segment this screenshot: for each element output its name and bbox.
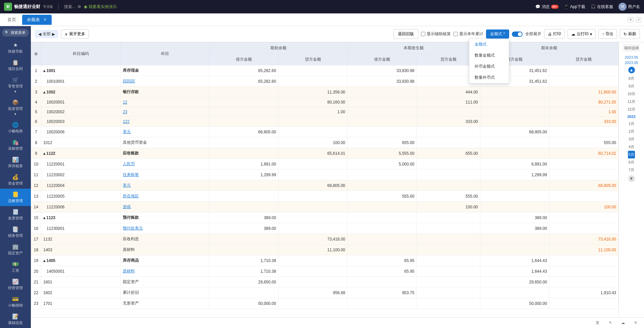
format-option-qty-amount[interactable]: 数量金额式 xyxy=(469,50,509,61)
period-month-6[interactable]: 6月 xyxy=(628,158,635,166)
cloud-print-btn[interactable]: ☁ 云打印 ▾ xyxy=(568,29,596,39)
period-month-2[interactable]: 2月 xyxy=(628,128,635,135)
format-option-amount[interactable]: 金额式 xyxy=(469,39,509,50)
row-opening-credit: 80,160.00 xyxy=(278,97,347,107)
row-name[interactable]: 预付款美元 xyxy=(121,223,209,234)
period-month-10[interactable]: 10月 xyxy=(627,90,636,98)
period-month-3[interactable]: 3月 xyxy=(628,135,635,143)
sidebar-item-purchase[interactable]: 🛍️ 采购管理 xyxy=(0,136,31,154)
row-code: ▴ 1122 xyxy=(41,148,121,159)
period-month-4[interactable]: 4月 xyxy=(628,143,635,151)
row-closing-credit xyxy=(549,212,618,223)
expand-more-btn[interactable]: ∨ 展开更多 xyxy=(61,29,89,39)
format-btn[interactable]: 金额式 ^ xyxy=(486,29,509,39)
format-option-foreign-amount[interactable]: 外币金额式 xyxy=(469,61,509,72)
return-btn[interactable]: 退回旧版 xyxy=(393,29,418,39)
period-expand-down-btn[interactable]: ▼ xyxy=(628,175,635,182)
app-download-btn[interactable]: 📱 App下载 xyxy=(564,4,585,10)
period-year-1[interactable]: 2023.05 xyxy=(624,55,639,60)
refresh-btn[interactable]: ↻ 刷新 xyxy=(620,29,640,39)
sidebar-item-wholesale[interactable]: 📦 批发管理 ▾ xyxy=(0,96,31,119)
row-name[interactable]: 库存现金 xyxy=(121,65,209,76)
sidebar-item-salary[interactable]: 💵 工资 xyxy=(0,258,31,276)
settings-col-header[interactable]: ⚙ xyxy=(31,43,41,65)
row-name[interactable]: 往来标签 xyxy=(121,170,209,180)
period-month-7[interactable]: 7月 xyxy=(628,166,635,174)
row-name[interactable]: 美元 xyxy=(121,127,209,137)
row-name[interactable]: 库存商品 xyxy=(121,255,209,266)
message-btn[interactable]: 💬 消息 99+ xyxy=(535,4,558,10)
row-name[interactable]: 12 xyxy=(121,97,209,107)
row-name[interactable]: 固定资产 xyxy=(121,277,209,287)
sidebar-item-project[interactable]: 📋 项目合同 xyxy=(0,57,31,74)
row-code: 11230001 xyxy=(41,223,121,234)
tab-balance[interactable]: 余额表 ✕ xyxy=(22,15,52,25)
export-btn[interactable]: ↑ 导出 xyxy=(598,29,617,39)
assist-checkbox-input[interactable] xyxy=(421,32,425,36)
sidebar-item-capital[interactable]: 💰 资金管理 xyxy=(0,171,31,189)
period-month-12[interactable]: 12月 xyxy=(627,106,636,113)
row-name[interactable]: 应收账款 xyxy=(121,148,209,159)
sidebar-item-invoice[interactable]: 🧾 发票管理 xyxy=(0,206,31,223)
row-name[interactable]: 23 xyxy=(121,107,209,117)
status-cloud-btn[interactable]: ☁ xyxy=(619,320,628,326)
row-name[interactable]: 银行存款 xyxy=(121,87,209,97)
period-month-11[interactable]: 11月 xyxy=(627,98,636,106)
sidebar-item-ledger[interactable]: 📒 总账管理 xyxy=(0,189,31,206)
window-close-btn[interactable]: ✕ xyxy=(628,17,633,22)
row-name[interactable]: 累计折旧 xyxy=(121,287,209,298)
row-name[interactable]: 应收利息 xyxy=(121,234,209,245)
period-year-label[interactable]: 2023 xyxy=(627,113,636,120)
period-month-9[interactable]: 9月 xyxy=(628,82,635,90)
row-name[interactable]: 无形资产 xyxy=(121,298,209,309)
expand-all-toggle[interactable] xyxy=(512,31,523,37)
row-name[interactable]: 原材料 xyxy=(121,266,209,277)
row-name[interactable]: 游戏 xyxy=(121,202,209,212)
row-name[interactable]: 预付账款 xyxy=(121,212,209,223)
status-edit-btn[interactable]: ✎ xyxy=(606,320,614,326)
row-name[interactable]: 人民币 xyxy=(121,159,209,170)
print-btn[interactable]: 🖨 打印 xyxy=(544,29,565,39)
period-month-5[interactable]: 5月 xyxy=(628,151,635,158)
sidebar-item-ecommerce[interactable]: 🌐 小畅电商 xyxy=(0,119,31,136)
window-restore-btn[interactable]: ⤢ xyxy=(636,17,641,22)
tab-home[interactable]: 首页 xyxy=(3,15,21,25)
sidebar-item-quick-nav[interactable]: ★ 快捷导航 xyxy=(0,39,31,57)
row-name[interactable]: 其他货币资金 xyxy=(121,137,209,148)
status-sync-btn[interactable]: ↻ xyxy=(632,320,640,326)
sidebar-item-sales[interactable]: 💳 小畅报销 xyxy=(0,293,31,311)
sidebar-item-assets[interactable]: 🏢 固定资产 xyxy=(0,241,31,258)
period-expand-up-btn[interactable]: ▲ xyxy=(628,67,635,73)
search-all-btn[interactable]: ◀ 全部 ▶ xyxy=(35,30,58,38)
row-name[interactable]: 所在地区 xyxy=(121,191,209,202)
sidebar-item-basic[interactable]: 📝 基础信息 xyxy=(0,311,31,328)
format-option-qty-foreign[interactable]: 数量外币式 xyxy=(469,72,509,83)
sidebar-item-retail[interactable]: 🛒 零售管理 ▾ xyxy=(0,74,31,96)
row-name[interactable]: 122 xyxy=(121,117,209,127)
sidebar-item-tax[interactable]: 📑 税务管理 xyxy=(0,223,31,241)
period-month-1[interactable]: 1月 xyxy=(628,120,635,128)
user-avatar[interactable]: 用 用户名 xyxy=(619,3,640,11)
sidebar-item-business[interactable]: 📈 经营管理 xyxy=(0,276,31,293)
status-lang-btn[interactable]: 英 xyxy=(593,319,602,326)
year-checkbox-input[interactable] xyxy=(453,32,458,36)
online-service-btn[interactable]: 🎧 在线客服 xyxy=(591,4,613,10)
sidebar-item-inventory[interactable]: 📊 库存核算 xyxy=(0,154,31,171)
row-name[interactable]: 美元 xyxy=(121,180,209,191)
period-month-8[interactable]: 8月 xyxy=(628,75,635,82)
tab-close-btn[interactable]: ✕ xyxy=(43,17,47,22)
table-row: 231701无形资产50,000.0050,000.00 xyxy=(31,298,619,309)
toolbar-left: ◀ 全部 ▶ ∨ 展开更多 xyxy=(35,29,391,39)
demo-link[interactable]: ◉ 我要看实例演示 xyxy=(84,4,117,10)
settings-icon[interactable]: ⚙ xyxy=(77,4,81,9)
row-num: 9 xyxy=(31,148,41,159)
row-current-debit xyxy=(347,180,417,191)
row-name[interactable]: 回回回 xyxy=(121,76,209,87)
wholesale-icon: 📦 xyxy=(12,99,19,106)
show-year-checkbox[interactable]: 显示本年累计 xyxy=(453,31,483,37)
search-menu-btn[interactable]: 🔍 搜索菜单 xyxy=(2,29,29,37)
show-assist-checkbox[interactable]: 显示辅助核算 xyxy=(421,31,451,37)
row-opening-credit: 956.68 xyxy=(278,287,347,298)
row-name[interactable]: 原材料 xyxy=(121,245,209,255)
period-year-2[interactable]: 2023.05 xyxy=(624,60,639,65)
